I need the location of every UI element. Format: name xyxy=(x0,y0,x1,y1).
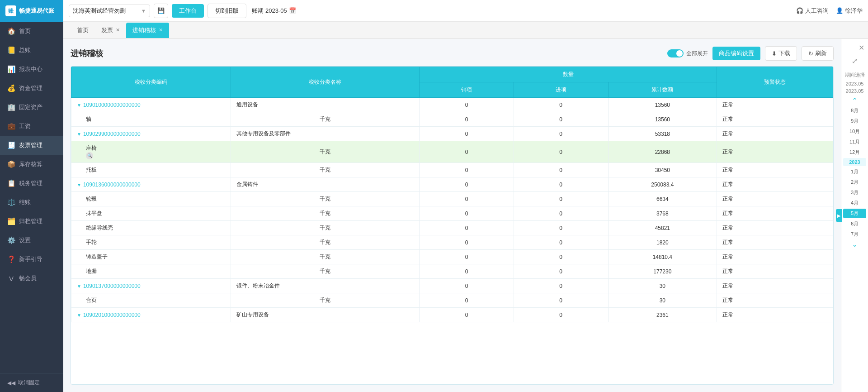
sidebar-item-reports[interactable]: 📊 报表中心 xyxy=(0,60,63,79)
toggle-track[interactable] xyxy=(667,49,684,57)
workspace-button[interactable]: 工作台 xyxy=(172,4,204,18)
col-sales: 销项 xyxy=(420,82,514,98)
panel-close-button[interactable]: ✕ xyxy=(857,43,866,53)
row-warning: 正常 xyxy=(717,127,833,141)
row-sub-purchase: 0 xyxy=(514,206,608,221)
pin-icon: ◀◀ xyxy=(7,380,15,386)
panel-toggle-button[interactable]: ▶ xyxy=(836,209,842,222)
row-tax-name: 金属铸件 xyxy=(231,177,420,192)
sidebar-item-vip[interactable]: V 畅会员 xyxy=(0,269,63,288)
month-item[interactable]: 3月 xyxy=(843,188,866,197)
table-row: ▼1090100000000000000 通用设备 0 0 13560 正常 xyxy=(71,98,833,112)
support-label: 人工咨询 xyxy=(805,7,829,15)
page-actions: 全部展开 商品编码设置 ⬇ 下载 ↻ 刷新 xyxy=(667,46,834,61)
product-code-settings-button[interactable]: 商品编码设置 xyxy=(712,47,760,60)
row-sub-name: 合页 xyxy=(71,293,231,308)
sidebar-item-label: 归档管理 xyxy=(19,217,42,225)
row-warning: 正常 xyxy=(717,177,833,192)
tab-invoice[interactable]: 发票 ✕ xyxy=(95,23,126,38)
month-item[interactable]: 5月 xyxy=(843,209,866,218)
user-name: 徐泽华 xyxy=(845,7,863,15)
sidebar-item-invoice[interactable]: 🧾 发票管理 xyxy=(0,136,63,155)
refresh-icon: ↻ xyxy=(808,50,813,57)
sidebar-item-funds[interactable]: 💰 资金管理 xyxy=(0,79,63,98)
month-item[interactable]: 10月 xyxy=(843,127,866,136)
row-sub-unit: 千克 xyxy=(231,112,420,127)
row-cumulative: 250083.4 xyxy=(608,177,717,192)
row-sub-cumulative: 177230 xyxy=(608,264,717,279)
row-sub-cumulative: 45821 xyxy=(608,221,717,235)
sidebar-item-home[interactable]: 🏠 首页 xyxy=(0,22,63,41)
support-button[interactable]: 🎧 人工咨询 xyxy=(796,7,829,15)
row-sub-sales: 0 xyxy=(420,112,514,127)
guide-icon: ❓ xyxy=(7,255,15,263)
sidebar-item-archive[interactable]: 🗂️ 归档管理 xyxy=(0,212,63,231)
sidebar-footer-unpin[interactable]: ◀◀ 取消固定 xyxy=(0,373,63,392)
sidebar-item-label: 库存核算 xyxy=(19,160,42,168)
sidebar-item-settlement[interactable]: ⚖️ 结账 xyxy=(0,193,63,212)
month-item[interactable]: 9月 xyxy=(843,116,866,126)
month-item[interactable]: 1月 xyxy=(843,167,866,177)
tab-invoice-close-icon[interactable]: ✕ xyxy=(116,27,120,33)
topbar-right: 🎧 人工咨询 👤 徐泽华 xyxy=(796,7,863,15)
download-button[interactable]: ⬇ 下载 xyxy=(765,46,797,61)
sidebar-item-tax[interactable]: 📋 税务管理 xyxy=(0,174,63,193)
month-item[interactable]: 8月 xyxy=(843,106,866,115)
user-menu[interactable]: 👤 徐泽华 xyxy=(836,7,863,15)
row-search-icon[interactable]: 🔍 xyxy=(86,152,93,159)
month-item[interactable]: 7月 xyxy=(843,229,866,239)
tab-reconcile-close-icon[interactable]: ✕ xyxy=(159,27,163,33)
tree-triangle-icon[interactable]: ▼ xyxy=(77,182,81,187)
month-item[interactable]: 12月 xyxy=(843,148,866,157)
scroll-up-button[interactable]: ⌃ xyxy=(851,96,859,106)
row-sub-cumulative: 30450 xyxy=(608,163,717,177)
inventory-icon: 📦 xyxy=(7,160,15,168)
month-item[interactable]: 6月 xyxy=(843,219,866,229)
switch-version-button[interactable]: 切到旧版 xyxy=(208,4,246,18)
row-sub-purchase: 0 xyxy=(514,112,608,127)
sidebar-item-assets[interactable]: 🏢 固定资产 xyxy=(0,98,63,117)
month-item[interactable]: 2023 xyxy=(843,158,866,166)
sidebar-item-guide[interactable]: ❓ 新手引导 xyxy=(0,250,63,269)
row-purchase: 0 xyxy=(514,279,608,293)
sidebar-item-inventory[interactable]: 📦 库存核算 xyxy=(0,155,63,174)
row-sales: 0 xyxy=(420,308,514,322)
row-sub-name: 座椅🔍 xyxy=(71,141,231,163)
app-logo: 账 畅捷通易代账 xyxy=(0,0,63,22)
tree-triangle-icon[interactable]: ▼ xyxy=(77,103,81,108)
sidebar-item-ledger[interactable]: 📒 总账 xyxy=(0,41,63,60)
unpin-label: 取消固定 xyxy=(18,379,40,387)
table-row: 抹平盘 千克 0 0 3768 正常 xyxy=(71,206,833,221)
calendar-icon[interactable]: 📅 xyxy=(289,7,296,14)
refresh-button[interactable]: ↻ 刷新 xyxy=(802,46,834,61)
tree-triangle-icon[interactable]: ▼ xyxy=(77,284,81,289)
save-button[interactable]: 💾 xyxy=(154,4,168,18)
month-item[interactable]: 4月 xyxy=(843,198,866,208)
period-label: 账期 xyxy=(252,7,264,15)
table-row: 轴 千克 0 0 13560 正常 xyxy=(71,112,833,127)
sidebar-item-settings[interactable]: ⚙️ 设置 xyxy=(0,231,63,250)
month-item[interactable]: 11月 xyxy=(843,137,866,147)
panel-expand-button[interactable]: ⤢ xyxy=(850,56,859,66)
sidebar-item-label: 固定资产 xyxy=(19,103,42,111)
month-item[interactable]: 2月 xyxy=(843,177,866,187)
row-cumulative: 2361 xyxy=(608,308,717,322)
user-icon: 👤 xyxy=(836,7,843,14)
sidebar-item-label: 结账 xyxy=(19,198,31,206)
tab-reconcile-label: 进销稽核 xyxy=(132,26,156,34)
company-selector[interactable]: 沈海英测试经营勿删 ▼ xyxy=(69,5,150,17)
sidebar-item-salary[interactable]: 💼 工资 xyxy=(0,117,63,136)
sidebar-nav: 🏠 首页 📒 总账 📊 报表中心 💰 资金管理 🏢 固定资产 💼 工资 🧾 发票… xyxy=(0,22,63,373)
row-cumulative: 53318 xyxy=(608,127,717,141)
logo-icon: 账 xyxy=(5,5,16,16)
row-sub-purchase: 0 xyxy=(514,250,608,264)
scroll-down-button[interactable]: ⌄ xyxy=(851,239,859,249)
row-sub-unit: 千克 xyxy=(231,206,420,221)
row-sales: 0 xyxy=(420,127,514,141)
tab-home[interactable]: 首页 xyxy=(71,23,95,38)
tree-triangle-icon[interactable]: ▼ xyxy=(77,313,81,318)
tab-home-label: 首页 xyxy=(77,26,89,34)
tab-reconcile[interactable]: 进销稽核 ✕ xyxy=(126,23,169,38)
tree-triangle-icon[interactable]: ▼ xyxy=(77,132,81,137)
expand-toggle[interactable]: 全部展开 xyxy=(667,49,708,57)
